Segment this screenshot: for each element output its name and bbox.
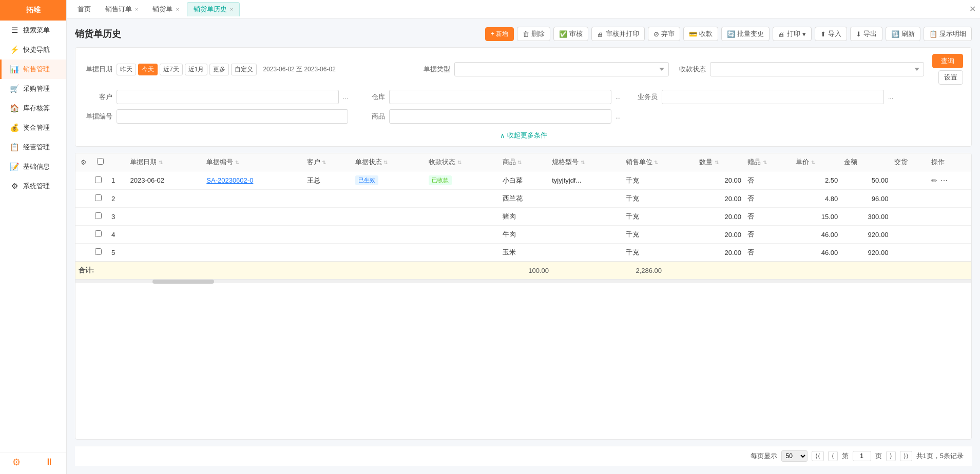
td-checkbox [92, 244, 108, 262]
sort-sales-unit-icon[interactable]: ⇅ [654, 160, 658, 165]
row-checkbox[interactable] [95, 194, 102, 201]
th-gift: 赠品 ⇅ [744, 153, 793, 171]
date-btn-custom[interactable]: 自定义 [231, 64, 257, 75]
doc-no-input[interactable] [117, 109, 348, 124]
review-print-button[interactable]: 🖨 审核并打印 [591, 27, 645, 41]
sort-unit-price-icon[interactable]: ⇅ [811, 160, 815, 165]
tab-sales-history[interactable]: 销货单历史 × [187, 2, 240, 16]
customer-picker-icon[interactable]: ... [343, 93, 348, 101]
tab-sales-delivery-close[interactable]: × [176, 6, 179, 12]
edit-icon[interactable]: ✏ [931, 176, 937, 185]
date-btn-today[interactable]: 今天 [138, 64, 158, 75]
warehouse-input[interactable] [389, 90, 611, 104]
sort-doc-no-icon[interactable]: ⇅ [235, 160, 239, 165]
tab-sales-history-label: 销货单历史 [194, 5, 227, 14]
set-button[interactable]: 设置 [938, 70, 963, 85]
payment-status-label: 收款状态 [677, 65, 706, 74]
table-header-row: ⚙ 单据日期 ⇅ 单据编号 ⇅ [75, 153, 971, 171]
row-checkbox[interactable] [95, 248, 102, 255]
export-button[interactable]: ⬇ 导出 [850, 27, 882, 41]
scroll-thumb[interactable] [152, 280, 214, 284]
sort-payment-status-icon[interactable]: ⇅ [457, 160, 462, 165]
date-btn-7days[interactable]: 近7天 [160, 64, 183, 75]
review-button[interactable]: ✅ 审核 [553, 27, 588, 41]
first-page-button[interactable]: ⟨⟨ [812, 451, 824, 461]
doc-no-link[interactable]: SA-20230602-0 [206, 176, 253, 184]
refresh-button[interactable]: 🔃 刷新 [886, 27, 920, 41]
goods-picker-icon[interactable]: ... [616, 113, 621, 120]
tab-sales-delivery[interactable]: 销货单 × [146, 2, 185, 16]
th-gear: ⚙ [75, 153, 92, 171]
sidebar-item-basic-info[interactable]: 📝 基础信息 [0, 157, 66, 176]
sidebar-item-sys-mgmt[interactable]: ⚙ 系统管理 [0, 176, 66, 196]
table-row: 5 玉米 千克 20.00 否 46.00 920.00 [75, 244, 971, 262]
date-btn-more[interactable]: 更多 [209, 64, 229, 75]
next-page-button[interactable]: ⟩ [886, 451, 896, 461]
td-transaction [891, 190, 928, 208]
tab-sales-order-close[interactable]: × [135, 6, 138, 12]
td-payment-status [426, 226, 499, 244]
footer-total-amount: 2,286.00 [621, 267, 672, 274]
sidebar-item-search-menu[interactable]: ☰ 搜索菜单 [0, 21, 66, 40]
sort-spec-type-icon[interactable]: ⇅ [581, 160, 585, 165]
footer-label: 合计: [79, 266, 109, 275]
gear-icon[interactable]: ⚙ [81, 159, 87, 166]
sidebar-item-purchase-mgmt[interactable]: 🛒 采购管理 [0, 79, 66, 98]
sort-gift-icon[interactable]: ⇅ [763, 160, 767, 165]
td-unit-price: 4.80 [793, 190, 841, 208]
salesperson-input[interactable] [662, 90, 884, 104]
td-row-no: 1 [108, 171, 127, 190]
tab-home[interactable]: 首页 [71, 2, 98, 16]
sidebar-item-sales-mgmt[interactable]: 📊 销售管理 [0, 60, 66, 79]
doc-type-select[interactable] [454, 62, 669, 76]
payment-status-select[interactable] [710, 62, 925, 76]
delete-button[interactable]: 🗑 删除 [517, 27, 550, 41]
customer-input[interactable] [117, 90, 339, 104]
collect-button[interactable]: 💳 收款 [683, 27, 718, 41]
horizontal-scrollbar[interactable] [75, 279, 971, 283]
last-page-button[interactable]: ⟩⟩ [900, 451, 912, 461]
row-checkbox[interactable] [95, 212, 102, 219]
row-checkbox[interactable] [95, 230, 102, 237]
date-btn-yesterday[interactable]: 昨天 [117, 64, 136, 75]
td-amount: 920.00 [841, 244, 891, 262]
query-button[interactable]: 查询 [932, 54, 963, 68]
th-operation: 操作 [928, 153, 971, 171]
sidebar-item-finance-mgmt[interactable]: 💰 资金管理 [0, 118, 66, 137]
sort-goods-icon[interactable]: ⇅ [517, 160, 522, 165]
more-icon[interactable]: ⋯ [940, 176, 948, 185]
select-all-checkbox[interactable] [97, 158, 104, 165]
sidebar-item-label: 基础信息 [23, 162, 50, 171]
sidebar-settings-icon[interactable]: ⚙ [12, 457, 21, 468]
salesperson-picker-icon[interactable]: ... [888, 93, 893, 101]
sort-customer-icon[interactable]: ⇅ [322, 160, 326, 165]
doc-status-badge: 已生效 [355, 175, 378, 185]
goods-input[interactable] [389, 109, 611, 124]
abandon-button[interactable]: ⊘ 弃审 [648, 27, 680, 41]
sort-quantity-icon[interactable]: ⇅ [715, 160, 719, 165]
page-size-select[interactable]: 50 100 [781, 450, 808, 462]
show-detail-button[interactable]: 📋 显示明细 [924, 27, 972, 41]
import-button[interactable]: ⬆ 导入 [815, 27, 847, 41]
row-checkbox[interactable] [95, 176, 102, 183]
td-unit-price: 15.00 [793, 208, 841, 226]
th-spec-type: 规格型号 ⇅ [549, 153, 622, 171]
prev-page-button[interactable]: ⟨ [828, 451, 838, 461]
sort-doc-status-icon[interactable]: ⇅ [383, 160, 388, 165]
tab-bar-close-all[interactable]: ✕ [969, 4, 976, 14]
tab-sales-history-close[interactable]: × [230, 6, 233, 12]
new-button[interactable]: + 新增 [485, 27, 514, 41]
tab-sales-order[interactable]: 销售订单 × [99, 2, 145, 16]
page-number-input[interactable] [853, 451, 871, 461]
filter-more-btn[interactable]: ∧ 收起更多条件 [500, 131, 547, 140]
td-checkbox [92, 171, 108, 190]
sidebar-item-inventory[interactable]: 🏠 库存核算 [0, 98, 66, 118]
sort-doc-date-icon[interactable]: ⇅ [159, 160, 163, 165]
batch-change-button[interactable]: 🔄 批量变更 [721, 27, 770, 41]
sidebar-collapse-icon[interactable]: ⏸ [45, 457, 54, 468]
sidebar-item-ops-mgmt[interactable]: 📋 经营管理 [0, 137, 66, 157]
date-btn-1month[interactable]: 近1月 [185, 64, 208, 75]
sidebar-item-quick-nav[interactable]: ⚡ 快捷导航 [0, 40, 66, 60]
print-button[interactable]: 🖨 打印 ▾ [773, 27, 812, 41]
warehouse-picker-icon[interactable]: ... [616, 93, 621, 101]
